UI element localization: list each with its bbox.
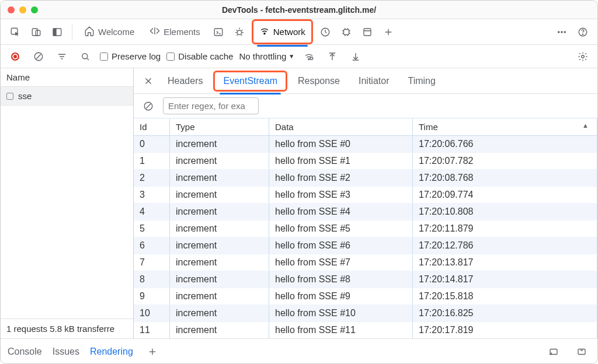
- eventstream-table: Id Type Data Time▲ 0incrementhello from …: [134, 118, 597, 338]
- svg-line-39: [146, 104, 151, 108]
- cell-type: increment: [170, 220, 269, 237]
- cell-data: hello from SSE #2: [269, 170, 413, 186]
- table-row[interactable]: 10incrementhello from SSE #1017:20:16.82…: [134, 305, 597, 322]
- detail-tab-headers[interactable]: Headers: [159, 72, 211, 90]
- table-row[interactable]: 3incrementhello from SSE #317:20:09.774: [134, 187, 597, 204]
- table-row[interactable]: 0incrementhello from SSE #017:20:06.766: [134, 136, 597, 153]
- table-row[interactable]: 8incrementhello from SSE #817:20:14.817: [134, 271, 597, 288]
- svg-point-19: [564, 31, 565, 32]
- record-button[interactable]: [6, 48, 24, 65]
- tab-elements[interactable]: Elements: [144, 22, 206, 41]
- svg-rect-7: [214, 29, 222, 36]
- svg-point-29: [308, 58, 310, 60]
- request-name: sse: [18, 91, 32, 101]
- tab-network[interactable]: Network: [253, 22, 311, 41]
- table-row[interactable]: 9incrementhello from SSE #917:20:15.818: [134, 288, 597, 305]
- regex-filter-input[interactable]: [163, 97, 259, 114]
- detail-tab-eventstream[interactable]: EventStream: [215, 72, 285, 90]
- cell-time: 17:20:11.879: [413, 220, 597, 237]
- clear-events-icon[interactable]: [140, 97, 157, 115]
- table-row[interactable]: 5incrementhello from SSE #517:20:11.879: [134, 220, 597, 237]
- drawer-dock-icon[interactable]: [545, 343, 562, 360]
- preserve-log-checkbox[interactable]: Preserve log: [100, 51, 161, 61]
- download-har-icon[interactable]: [347, 48, 364, 65]
- cell-data: hello from SSE #11: [269, 322, 413, 338]
- cell-time: 17:20:08.768: [413, 170, 597, 186]
- wifi-icon: [259, 26, 270, 38]
- col-header-id[interactable]: Id: [134, 118, 170, 135]
- table-row[interactable]: 4incrementhello from SSE #417:20:10.808: [134, 204, 597, 220]
- window-maximize-button[interactable]: [31, 6, 38, 13]
- detail-tab-response[interactable]: Response: [290, 72, 348, 90]
- cell-data: hello from SSE #10: [269, 305, 413, 321]
- detail-tab-timing[interactable]: Timing: [399, 72, 443, 90]
- cell-id: 7: [134, 254, 170, 271]
- svg-rect-12: [343, 29, 349, 34]
- device-toggle-icon[interactable]: [27, 23, 45, 41]
- add-tab-icon[interactable]: [380, 23, 397, 41]
- cell-type: increment: [170, 322, 269, 338]
- code-icon: [150, 26, 160, 38]
- cell-data: hello from SSE #6: [269, 237, 413, 254]
- drawer-tab-issues[interactable]: Issues: [53, 346, 79, 357]
- upload-har-icon[interactable]: [324, 48, 341, 65]
- cell-id: 8: [134, 271, 170, 288]
- memory-icon[interactable]: [338, 23, 355, 41]
- table-row[interactable]: 2incrementhello from SSE #217:20:08.768: [134, 170, 597, 187]
- drawer-add-icon[interactable]: [144, 343, 161, 360]
- cell-data: hello from SSE #0: [269, 136, 413, 152]
- application-icon[interactable]: [359, 23, 376, 41]
- network-tab-highlight: Network: [252, 19, 313, 44]
- inspect-element-icon[interactable]: [6, 23, 24, 41]
- search-icon[interactable]: [77, 48, 94, 65]
- window-minimize-button[interactable]: [19, 6, 26, 13]
- help-icon[interactable]: [574, 23, 592, 41]
- dock-side-icon[interactable]: [48, 23, 66, 41]
- disable-cache-checkbox[interactable]: Disable cache: [166, 51, 233, 61]
- clear-icon[interactable]: [30, 48, 47, 65]
- filter-icon[interactable]: [53, 48, 71, 65]
- detail-tab-initiator[interactable]: Initiator: [350, 72, 397, 90]
- traffic-lights: [8, 6, 38, 13]
- main-toolbar: Welcome Elements Network: [1, 19, 597, 45]
- cell-id: 11: [134, 322, 170, 338]
- tab-welcome-label: Welcome: [98, 27, 134, 37]
- cell-type: increment: [170, 204, 269, 220]
- close-detail-icon[interactable]: [140, 72, 157, 90]
- cell-type: increment: [170, 136, 269, 152]
- settings-gear-icon[interactable]: [574, 48, 592, 65]
- drawer-tab-rendering[interactable]: Rendering: [90, 346, 133, 357]
- performance-icon[interactable]: [317, 23, 334, 41]
- name-column-header[interactable]: Name: [1, 68, 133, 87]
- request-list-pane: Name sse 1 requests 5.8 kB transferre: [1, 68, 134, 338]
- tab-welcome[interactable]: Welcome: [78, 22, 140, 41]
- col-header-data[interactable]: Data: [269, 118, 413, 135]
- table-row[interactable]: 1incrementhello from SSE #117:20:07.782: [134, 153, 597, 170]
- cell-type: increment: [170, 305, 269, 321]
- network-conditions-icon[interactable]: [300, 48, 318, 65]
- request-row-sse[interactable]: sse: [1, 87, 133, 106]
- window-close-button[interactable]: [8, 6, 15, 13]
- preserve-log-label: Preserve log: [112, 51, 161, 61]
- disable-cache-label: Disable cache: [178, 51, 233, 61]
- tab-elements-label: Elements: [164, 27, 200, 37]
- table-row[interactable]: 6incrementhello from SSE #617:20:12.786: [134, 237, 597, 254]
- cell-type: increment: [170, 288, 269, 304]
- file-icon: [6, 93, 13, 100]
- cell-time: 17:20:09.774: [413, 187, 597, 203]
- drawer-expand-icon[interactable]: [573, 343, 590, 360]
- tab-network-label: Network: [273, 27, 305, 37]
- cell-id: 5: [134, 220, 170, 237]
- throttling-select[interactable]: No throttling ▼: [239, 51, 294, 61]
- throttling-label: No throttling: [239, 51, 286, 61]
- svg-point-35: [582, 55, 585, 58]
- drawer-tab-console[interactable]: Console: [8, 346, 42, 357]
- more-icon[interactable]: [553, 23, 571, 41]
- svg-line-28: [87, 58, 89, 60]
- console-icon[interactable]: [210, 23, 227, 41]
- table-row[interactable]: 11incrementhello from SSE #1117:20:17.81…: [134, 322, 597, 338]
- table-row[interactable]: 7incrementhello from SSE #717:20:13.817: [134, 254, 597, 271]
- col-header-type[interactable]: Type: [170, 118, 269, 135]
- bug-icon[interactable]: [231, 23, 248, 41]
- col-header-time[interactable]: Time▲: [413, 118, 597, 135]
